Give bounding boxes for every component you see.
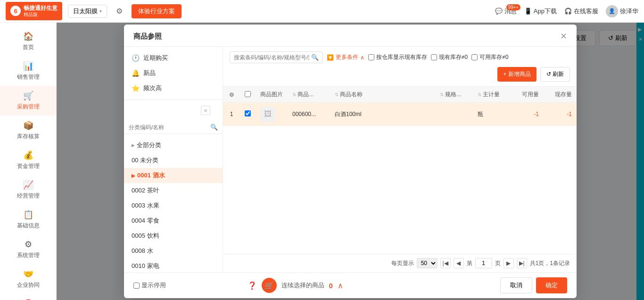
messages-nav[interactable]: 💬 消息 99++ [495,7,517,16]
filter-button[interactable]: 🔽 更多条件 ∧ [327,53,364,61]
show-disabled-input[interactable] [133,283,140,289]
quick-access: 🕐 近期购买 🔔 新品 ⭐ 频次高 [124,47,223,100]
quick-item-new[interactable]: 🔔 新品 [124,66,223,81]
cart-button[interactable]: 🛒 [262,278,277,293]
sidebar-item-purchase[interactable]: 🛒 采购管理 [0,86,56,116]
message-icon: 💬 [495,8,503,15]
search-icon[interactable]: 🔍 [311,54,319,61]
sidebar-item-inventory[interactable]: 📦 库存核算 [0,116,56,145]
settings-icon[interactable]: ⚙ [113,5,126,18]
show-disabled-checkbox[interactable]: 显示停用 [133,281,166,290]
online-service-nav[interactable]: 🎧 在线客服 [564,7,598,16]
table-body: 1 🖼 000600... 白酒100ml [223,103,577,126]
left-panel: 🕐 近期购买 🔔 新品 ⭐ 频次高 [124,47,223,272]
col-header-settings[interactable]: ⚙ [223,87,240,103]
trial-button[interactable]: 体验行业方案 [132,4,182,18]
select-all-checkbox[interactable] [245,91,251,97]
next-page-button[interactable]: ▶ [504,258,514,268]
sidebar-item-home[interactable]: 🏠 首页 [0,26,56,56]
collapse-button[interactable]: « [201,106,210,115]
row-spec [435,103,473,126]
by-warehouse-checkbox[interactable] [368,54,374,60]
toolbar-right: + 新增商品 ↺ 刷新 [497,67,570,82]
cart-label: 连续选择的商品 [281,281,324,290]
category-0008[interactable]: 0008 水 [124,243,223,258]
sidebar-item-basic[interactable]: 📋 基础信息 [0,205,56,234]
modal-body: 🕐 近期购买 🔔 新品 ⭐ 频次高 [124,47,577,272]
modal-title: 商品参照 [133,32,162,41]
add-product-button[interactable]: + 新增商品 [497,67,536,82]
row-name: 白酒100ml [330,103,435,126]
company-dropdown[interactable]: 日太阳膜 ▾ [68,5,107,18]
enterprise-icon: 🤝 [23,269,33,279]
category-search-input[interactable] [129,124,207,131]
row-select-checkbox[interactable] [245,110,251,117]
per-page-select[interactable]: 50 [417,258,438,268]
cart-count: 0 [329,282,333,290]
toolbar: 🔍 🔽 更多条件 ∧ 按仓库显示现有库存 [223,47,577,87]
modal-close-button[interactable]: ✕ [560,31,567,42]
footer-mid: ❓ 🛒 连续选择的商品 0 ∧ [248,278,343,293]
product-reference-modal: 商品参照 ✕ 🕐 近期购买 🔔 [124,25,577,298]
content-area: 查询 设置 ↺ 刷新 ▶ ✕ 商品参照 ✕ [57,23,644,300]
col-header-name: ⇅ 商品名称 [330,87,435,103]
sidebar-item-finance[interactable]: 💰 资金管理 [0,145,56,175]
category-0010[interactable]: 0010 家电 [124,258,223,272]
footer-buttons: 取消 确定 [500,277,567,293]
modal-footer: 显示停用 ❓ 🛒 连续选择的商品 0 ∧ 取消 确定 [124,272,577,298]
quick-item-recent[interactable]: 🕐 近期购买 [124,50,223,66]
app-download-nav[interactable]: 📱 App下载 [524,7,557,16]
user-nav[interactable]: 👤 徐泽华 [606,5,638,17]
logo[interactable]: 6 畅捷通好生意 精品版 [6,2,62,20]
page-number-input[interactable] [475,258,492,268]
prev-page-button[interactable]: ◀ [454,258,464,268]
cart-collapse-icon[interactable]: ∧ [338,281,343,290]
category-search-icon[interactable]: 🔍 [210,124,218,131]
mobile-icon: 📱 [524,8,532,15]
category-all[interactable]: ▶ 全部分类 [124,138,223,153]
sidebar-item-operation[interactable]: 📈 经营管理 [0,175,56,205]
sidebar-item-system[interactable]: ⚙ 系统管理 [0,234,56,264]
sidebar-item-enterprise[interactable]: 🤝 企业协同 [0,264,56,294]
category-00[interactable]: 00 未分类 [124,153,223,168]
product-table: ⚙ 商品图片 ⇅ [223,87,577,126]
stock-ne0-checkbox[interactable] [431,54,437,60]
row-checkbox[interactable] [240,103,256,126]
sidebar-item-sales[interactable]: 📊 销售管理 [0,56,56,86]
checkbox-stock-ne0[interactable]: 现有库存≠0 [431,53,468,61]
table-row[interactable]: 1 🖼 000600... 白酒100ml [223,103,577,126]
triangle-icon: ▶ [132,143,135,148]
confirm-button[interactable]: 确定 [536,277,567,293]
basic-icon: 📋 [23,209,33,220]
top-nav: 6 畅捷通好生意 精品版 日太阳膜 ▾ ⚙ 体验行业方案 💬 消息 99++ 📱… [0,0,644,23]
refresh-button[interactable]: ↺ 刷新 [540,67,570,82]
category-0004[interactable]: 0004 零食 [124,213,223,228]
checkbox-by-warehouse[interactable]: 按仓库显示现有库存 [368,53,427,61]
star-icon: ⭐ [132,84,140,92]
table-area: ⚙ 商品图片 ⇅ [223,87,577,254]
quick-item-frequent[interactable]: ⭐ 频次高 [124,81,223,96]
cancel-button[interactable]: 取消 [500,277,532,293]
clock-icon: 🕐 [132,54,140,62]
row-code: 000600... [288,103,330,126]
category-arrow-icon: ▶ [132,173,135,178]
last-page-button[interactable]: ▶| [517,258,527,268]
product-search-input[interactable] [234,54,309,61]
avail-ne0-checkbox[interactable] [471,54,478,60]
category-0001[interactable]: ▶ 0001 酒水 [124,168,223,183]
category-0005[interactable]: 0005 饮料 [124,228,223,243]
modal-header: 商品参照 ✕ [124,25,577,47]
col-header-spec: ⇅ 规格... [435,87,473,103]
first-page-button[interactable]: |◀ [440,258,451,268]
page-suffix: 页 [495,259,501,267]
category-0002[interactable]: 0002 茶叶 [124,183,223,198]
help-icon[interactable]: ❓ [248,281,257,290]
inventory-icon: 📦 [23,120,33,131]
right-panel: 🔍 🔽 更多条件 ∧ 按仓库显示现有库存 [223,47,577,272]
col-header-stock: 现存量 [544,87,577,103]
table-header-row: ⚙ 商品图片 ⇅ [223,87,577,103]
col-header-unit: ⇅ 主计量 [473,87,506,103]
sidebar-item-guide[interactable]: 🎯 新手引导 [0,294,56,300]
category-0003[interactable]: 0003 水果 [124,198,223,213]
checkbox-avail-ne0[interactable]: 可用库存≠0 [471,53,508,61]
